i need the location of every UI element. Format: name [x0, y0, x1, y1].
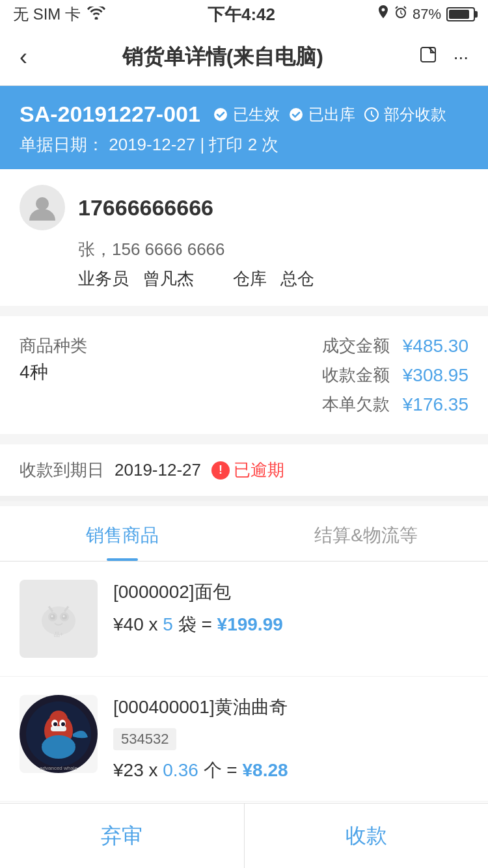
- owed-amount-label: 本单欠款: [322, 393, 390, 416]
- bottom-bar: 弃审 收款: [0, 803, 488, 868]
- product-item-1: 品+ [0000002]面包 ¥40 x 5 袋 = ¥199.99: [0, 562, 488, 677]
- due-section: 收款到期日 2019-12-27 ! 已逾期: [0, 444, 488, 501]
- order-header: SA-20191227-001 已生效 已出库 部分收款 单据日期： 2019-…: [0, 86, 488, 169]
- back-button[interactable]: ‹: [20, 44, 27, 71]
- svg-point-5: [36, 197, 49, 210]
- owed-amount-row: 本单欠款 ¥176.35: [322, 393, 468, 416]
- qty-2: 0.36: [163, 760, 198, 780]
- price-2: ¥23: [113, 760, 144, 780]
- svg-point-22: [61, 722, 65, 726]
- deal-amount-value: ¥485.30: [403, 336, 468, 357]
- status-tag-effective: 已生效: [213, 104, 280, 125]
- price-1: ¥40: [113, 614, 144, 634]
- svg-point-11: [51, 616, 53, 617]
- product-types-value: 4种: [20, 360, 87, 385]
- received-amount-label: 收款金额: [322, 364, 390, 387]
- received-amount-value: ¥308.95: [403, 365, 468, 386]
- product-logo-icon: advanced whale: [20, 695, 98, 773]
- product-item-2: advanced whale [000400001]黄油曲奇 534532 ¥2…: [0, 677, 488, 802]
- nav-bar: ‹ 销货单详情(来自电脑) ···: [0, 29, 488, 86]
- unit-1: 袋: [178, 614, 197, 634]
- deal-amount-label: 成交金额: [322, 334, 390, 357]
- stats-section: 商品种类 4种 成交金额 ¥485.30 收款金额 ¥308.95 本单欠款 ¥…: [0, 316, 488, 434]
- product-name-2: [000400001]黄油曲奇: [113, 695, 468, 720]
- svg-rect-1: [421, 47, 435, 62]
- alarm-icon: [394, 6, 407, 23]
- stats-right: 成交金额 ¥485.30 收款金额 ¥308.95 本单欠款 ¥176.35: [322, 334, 468, 416]
- salesman-value: 曾凡杰: [143, 269, 194, 288]
- overdue-icon: !: [211, 461, 230, 480]
- carrier-text: 无 SIM 卡: [13, 4, 81, 25]
- status-bar: 无 SIM 卡 下午4:42 87%: [0, 0, 488, 29]
- more-button[interactable]: ···: [454, 47, 468, 68]
- tab-settlement-logistics[interactable]: 结算&物流等: [244, 506, 488, 561]
- collect-button[interactable]: 收款: [245, 804, 489, 868]
- order-id: SA-20191227-001: [20, 102, 200, 127]
- product-info-1: [0000002]面包 ¥40 x 5 袋 = ¥199.99: [113, 580, 468, 637]
- customer-name-phone: 张，156 6666 6666: [78, 238, 468, 261]
- order-date: 2019-12-27: [109, 135, 195, 154]
- status-tag-shipped: 已出库: [289, 104, 355, 125]
- svg-text:advanced whale: advanced whale: [40, 765, 77, 771]
- battery-icon: [446, 7, 475, 21]
- qty-1: 5: [163, 614, 173, 634]
- status-right: 87%: [377, 5, 475, 23]
- svg-point-2: [214, 108, 227, 121]
- status-left: 无 SIM 卡: [13, 4, 105, 25]
- status-time: 下午4:42: [208, 3, 275, 26]
- product-name-1: [0000002]面包: [113, 580, 468, 604]
- unit-2: 个: [204, 760, 222, 780]
- salesman-label: 业务员: [78, 269, 129, 288]
- status-tags: 已生效 已出库 部分收款: [213, 104, 446, 125]
- customer-id: 17666666666: [78, 195, 213, 221]
- product-thumb-2: advanced whale: [20, 695, 98, 773]
- tab-sales-products[interactable]: 销售商品: [0, 506, 244, 561]
- svg-text:品+: 品+: [54, 631, 63, 638]
- order-date-row: 单据日期： 2019-12-27 | 打印 2 次: [20, 133, 468, 156]
- product-price-row-1: ¥40 x 5 袋 = ¥199.99: [113, 612, 468, 637]
- product-info-2: [000400001]黄油曲奇 534532 ¥23 x 0.36 个 = ¥8…: [113, 695, 468, 783]
- status-tag-partial: 部分收款: [364, 104, 446, 125]
- nav-title: 销货单详情(来自电脑): [122, 43, 323, 72]
- product-price-row-2: ¥23 x 0.36 个 = ¥8.28: [113, 758, 468, 783]
- product-thumb-1: 品+: [20, 580, 98, 658]
- customer-section: 17666666666 张，156 6666 6666 业务员 曾凡杰 仓库 总…: [0, 169, 488, 306]
- overdue-text: 已逾期: [234, 459, 284, 481]
- order-id-row: SA-20191227-001 已生效 已出库 部分收款: [20, 102, 468, 127]
- product-types-label: 商品种类: [20, 334, 87, 357]
- total-2: ¥8.28: [242, 760, 288, 780]
- tabs-section: 销售商品 结算&物流等: [0, 506, 488, 562]
- salesman-row: 业务员 曾凡杰: [78, 267, 194, 290]
- nav-icons: ···: [418, 45, 468, 69]
- abandon-button[interactable]: 弃审: [0, 804, 245, 868]
- print-info: | 打印 2 次: [200, 135, 278, 154]
- received-amount-row: 收款金额 ¥308.95: [322, 364, 468, 387]
- svg-point-21: [53, 722, 57, 726]
- date-label: 单据日期：: [20, 135, 104, 154]
- warehouse-label: 仓库: [233, 269, 267, 288]
- deal-amount-row: 成交金额 ¥485.30: [322, 334, 468, 357]
- due-label: 收款到期日: [20, 459, 104, 481]
- due-date-value: 2019-12-27: [115, 460, 201, 480]
- overdue-badge: ! 已逾期: [211, 459, 284, 481]
- stats-left: 商品种类 4种: [20, 334, 87, 385]
- total-1: ¥199.99: [217, 614, 283, 634]
- share-button[interactable]: [418, 45, 438, 69]
- customer-avatar: [20, 185, 65, 230]
- warehouse-row: 仓库 总仓: [233, 267, 315, 290]
- product-thumb-placeholder-1: 品+: [20, 580, 98, 658]
- owl-icon: 品+: [36, 596, 81, 642]
- avatar-icon: [28, 193, 57, 222]
- product-sku-2: 534532: [113, 728, 176, 750]
- location-icon: [377, 5, 389, 23]
- svg-point-12: [63, 616, 65, 617]
- warehouse-value: 总仓: [280, 269, 314, 288]
- wifi-icon: [87, 5, 105, 23]
- battery-fill: [449, 10, 469, 19]
- battery-text: 87%: [413, 6, 441, 23]
- svg-point-3: [290, 108, 303, 121]
- customer-row: 17666666666: [20, 185, 468, 230]
- customer-meta: 业务员 曾凡杰 仓库 总仓: [78, 267, 468, 290]
- owed-amount-value: ¥176.35: [403, 394, 468, 415]
